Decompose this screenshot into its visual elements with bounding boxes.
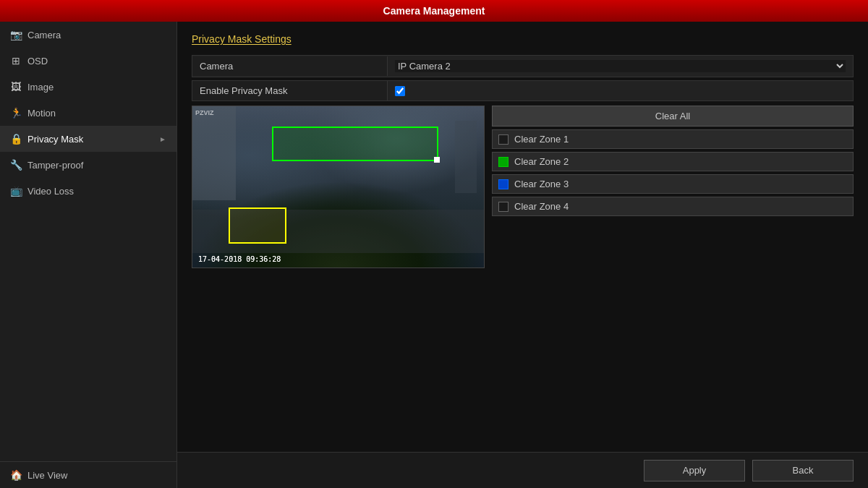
camera-feed: PZVIZ 17-04-2018 09:36:28 xyxy=(192,106,485,268)
sidebar-item-privacy-mask[interactable]: 🔒 Privacy Mask ► xyxy=(0,126,176,152)
zone-item-1[interactable]: Clear Zone 1 xyxy=(492,129,854,149)
content-area: Privacy Mask Settings Camera IP Camera 2… xyxy=(177,22,868,488)
zone-1-label: Clear Zone 1 xyxy=(514,134,569,145)
camera-form-row: Camera IP Camera 2 IP Camera 2 xyxy=(192,55,854,77)
bottom-bar: Apply Back xyxy=(177,452,868,488)
zone-item-2[interactable]: Clear Zone 2 xyxy=(492,152,854,171)
sidebar-item-osd[interactable]: ⊞ OSD xyxy=(0,48,176,74)
zone-item-4[interactable]: Clear Zone 4 xyxy=(492,197,854,216)
live-view-label: Live View xyxy=(27,470,67,481)
zone-3-label: Clear Zone 3 xyxy=(514,179,569,189)
sidebar-label-osd: OSD xyxy=(27,56,48,67)
camera-label: Camera xyxy=(192,56,388,76)
title-text: Camera Management xyxy=(383,5,485,17)
building-right xyxy=(455,121,477,193)
back-button[interactable]: Back xyxy=(752,460,854,481)
sidebar-item-tamper-proof[interactable]: 🔧 Tamper-proof xyxy=(0,152,176,178)
zone-rect-2[interactable] xyxy=(229,207,286,244)
enable-label: Enable Privacy Mask xyxy=(192,81,388,100)
video-loss-icon: 📺 xyxy=(10,185,22,197)
camera-select[interactable]: IP Camera 2 xyxy=(395,60,846,72)
camera-value: IP Camera 2 IP Camera 2 xyxy=(388,56,853,77)
sidebar-label-privacy-mask: Privacy Mask xyxy=(27,134,83,145)
title-bar: Camera Management xyxy=(0,0,868,22)
sidebar-label-video-loss: Video Loss xyxy=(27,186,74,197)
sidebar-item-camera[interactable]: 📷 Camera xyxy=(0,22,176,48)
main-layout: 📷 Camera ⊞ OSD 🖼 Image 🏃 Motion 🔒 Privac… xyxy=(0,22,868,488)
zone-item-3[interactable]: Clear Zone 3 xyxy=(492,174,854,194)
camera-watermark: PZVIZ xyxy=(195,109,214,116)
building-left xyxy=(192,106,236,200)
clear-all-button[interactable]: Clear All xyxy=(492,106,854,127)
sidebar-item-image[interactable]: 🖼 Image xyxy=(0,74,176,100)
camera-timestamp: 17-04-2018 09:36:28 xyxy=(198,255,281,263)
zone-2-checkbox[interactable] xyxy=(498,157,509,167)
page-title: Privacy Mask Settings xyxy=(192,33,854,45)
osd-icon: ⊞ xyxy=(10,55,22,67)
zone-4-checkbox[interactable] xyxy=(498,202,509,212)
zone-4-label: Clear Zone 4 xyxy=(514,201,569,212)
enable-privacy-mask-row: Enable Privacy Mask xyxy=(192,80,854,101)
live-view-button[interactable]: 🏠 Live View xyxy=(0,461,176,488)
zone-1-checkbox[interactable] xyxy=(498,134,509,145)
zone-rect-1[interactable] xyxy=(272,127,438,161)
sidebar-label-image: Image xyxy=(27,82,54,93)
enable-checkbox[interactable] xyxy=(395,86,405,96)
camera-icon: 📷 xyxy=(10,29,22,40)
sidebar-item-motion[interactable]: 🏃 Motion xyxy=(0,100,176,126)
privacy-mask-icon: 🔒 xyxy=(10,133,22,145)
enable-value xyxy=(388,82,853,100)
sidebar-label-camera: Camera xyxy=(27,30,61,40)
live-view-icon: 🏠 xyxy=(10,469,22,481)
zone-3-checkbox[interactable] xyxy=(498,179,509,189)
motion-icon: 🏃 xyxy=(10,107,22,119)
sidebar-label-motion: Motion xyxy=(27,108,56,119)
sidebar-label-tamper-proof: Tamper-proof xyxy=(27,160,83,171)
chevron-right-icon: ► xyxy=(159,135,166,143)
tamper-proof-icon: 🔧 xyxy=(10,159,22,171)
sidebar-item-video-loss[interactable]: 📺 Video Loss xyxy=(0,178,176,204)
image-icon: 🖼 xyxy=(10,81,22,93)
apply-button[interactable]: Apply xyxy=(644,460,745,481)
sidebar: 📷 Camera ⊞ OSD 🖼 Image 🏃 Motion 🔒 Privac… xyxy=(0,22,177,488)
zone-2-label: Clear Zone 2 xyxy=(514,156,569,167)
camera-controls-row: PZVIZ 17-04-2018 09:36:28 Clear All Clea… xyxy=(192,106,854,268)
zone-resize-handle-1[interactable] xyxy=(434,157,440,163)
zone-controls-panel: Clear All Clear Zone 1 Clear Zone 2 Clea… xyxy=(492,106,854,268)
